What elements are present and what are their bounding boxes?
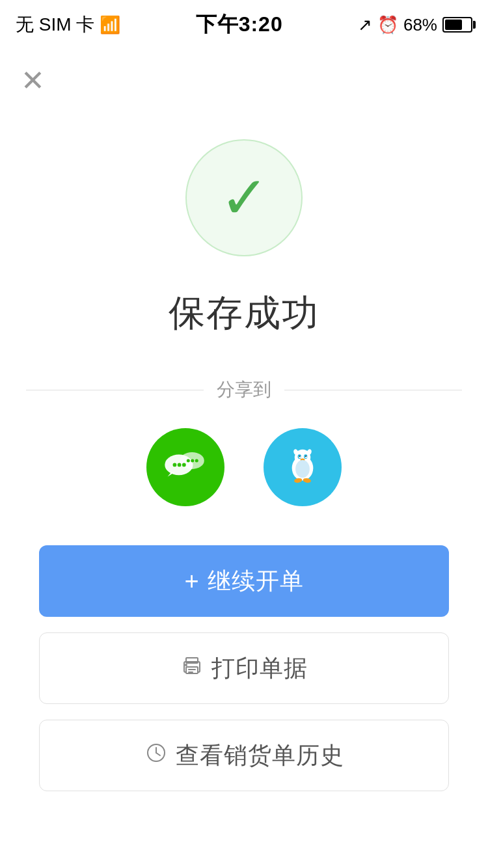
print-label: 打印单据 — [211, 653, 308, 685]
svg-point-5 — [187, 459, 190, 462]
close-button-wrapper: ✕ — [0, 42, 488, 100]
qq-share-button[interactable] — [264, 428, 342, 506]
svg-point-7 — [195, 459, 198, 462]
success-circle: ✓ — [185, 139, 303, 256]
status-left: 无 SIM 卡 📶 — [16, 12, 120, 37]
wechat-share-button[interactable] — [146, 428, 224, 506]
share-label: 分享到 — [217, 377, 271, 402]
share-divider: 分享到 — [26, 377, 462, 402]
close-x-icon: ✕ — [21, 66, 45, 95]
printer-icon — [180, 654, 204, 683]
svg-point-2 — [173, 463, 177, 467]
battery-percentage: 68% — [403, 15, 437, 35]
view-history-button[interactable]: 查看销货单历史 — [39, 720, 449, 791]
alarm-icon: ⏰ — [377, 15, 398, 35]
share-icons-container — [146, 428, 342, 506]
view-history-label: 查看销货单历史 — [176, 740, 344, 772]
wifi-icon: 📶 — [100, 15, 120, 35]
no-sim-label: 无 SIM 卡 — [16, 12, 94, 37]
share-line-left — [26, 390, 204, 390]
svg-rect-26 — [188, 669, 196, 670]
svg-point-6 — [191, 459, 194, 462]
svg-rect-27 — [188, 671, 193, 673]
plus-icon: + — [184, 567, 199, 595]
action-buttons: + 继续开单 打印单据 — [26, 545, 462, 791]
wechat-icon — [162, 444, 209, 491]
svg-point-3 — [178, 463, 182, 467]
svg-point-4 — [182, 463, 186, 467]
status-bar: 无 SIM 卡 📶 下午3:20 ↗ ⏰ 68% — [0, 0, 488, 42]
success-title: 保存成功 — [169, 289, 319, 338]
svg-point-18 — [295, 460, 310, 478]
history-icon — [144, 741, 168, 770]
main-content: ✓ 保存成功 分享到 — [0, 100, 488, 791]
svg-point-28 — [185, 664, 187, 666]
battery-icon — [442, 17, 472, 33]
qq-icon — [280, 445, 325, 489]
print-button[interactable]: 打印单据 — [39, 632, 449, 704]
status-time: 下午3:20 — [196, 10, 283, 39]
close-button[interactable]: ✕ — [13, 61, 52, 100]
checkmark-icon: ✓ — [220, 169, 269, 227]
status-right: ↗ ⏰ 68% — [358, 15, 472, 35]
svg-line-31 — [156, 753, 160, 755]
continue-order-button[interactable]: + 继续开单 — [39, 545, 449, 617]
svg-point-16 — [305, 455, 306, 457]
share-line-right — [284, 390, 462, 390]
svg-point-15 — [299, 455, 301, 457]
location-icon: ↗ — [358, 15, 372, 35]
continue-order-label: 继续开单 — [208, 565, 304, 597]
